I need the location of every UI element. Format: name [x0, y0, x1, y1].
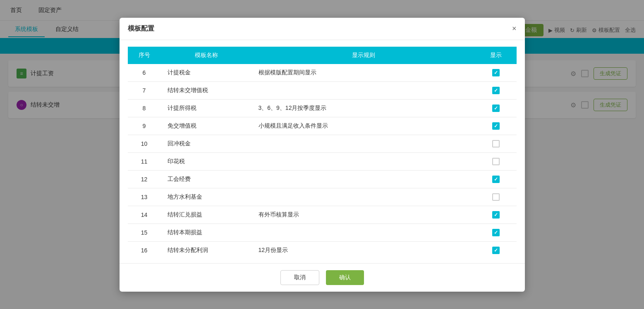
modal-footer: 取消 确认	[120, 263, 525, 292]
col-header-name: 模板名称	[161, 47, 252, 64]
table-row: 10回冲税金	[128, 135, 517, 152]
row-checkbox[interactable]	[492, 211, 500, 219]
row-display-cell	[475, 241, 517, 255]
row-checkbox[interactable]	[492, 122, 500, 130]
row-id: 6	[128, 64, 161, 82]
row-checkbox[interactable]	[492, 176, 500, 183]
modal-body: 序号 模板名称 显示规则 显示 6计提税金根据模版配置期间显示7结转未交增值税8…	[120, 40, 525, 263]
row-id: 16	[128, 241, 161, 255]
row-rule	[252, 135, 475, 152]
row-checkbox[interactable]	[492, 247, 500, 254]
row-name: 回冲税金	[161, 135, 252, 152]
row-checkbox[interactable]	[492, 193, 500, 201]
row-display-cell	[475, 99, 517, 117]
col-header-rule: 显示规则	[252, 47, 475, 64]
row-display-cell	[475, 64, 517, 82]
row-rule: 根据模版配置期间显示	[252, 64, 475, 82]
row-display-cell	[475, 206, 517, 223]
row-checkbox[interactable]	[492, 105, 500, 112]
row-id: 8	[128, 99, 161, 117]
table-row: 13地方水利基金	[128, 188, 517, 206]
table-row: 7结转未交增值税	[128, 81, 517, 99]
row-name: 计提税金	[161, 64, 252, 82]
row-rule	[252, 170, 475, 188]
row-id: 12	[128, 170, 161, 188]
row-name: 工会经费	[161, 170, 252, 188]
table-scroll-area[interactable]: 序号 模板名称 显示规则 显示 6计提税金根据模版配置期间显示7结转未交增值税8…	[128, 40, 517, 255]
table-row: 14结转汇兑损益有外币核算显示	[128, 206, 517, 223]
row-name: 结转未交增值税	[161, 81, 252, 99]
table-row: 16结转未分配利润12月份显示	[128, 241, 517, 255]
table-row: 11印花税	[128, 152, 517, 170]
row-name: 免交增值税	[161, 117, 252, 135]
table-row: 12工会经费	[128, 170, 517, 188]
col-header-display: 显示	[475, 47, 517, 64]
table-row: 9免交增值税小规模且满足收入条件显示	[128, 117, 517, 135]
row-name: 地方水利基金	[161, 188, 252, 206]
row-name: 结转本期损益	[161, 223, 252, 241]
row-name: 结转未分配利润	[161, 241, 252, 255]
row-rule: 有外币核算显示	[252, 206, 475, 223]
row-display-cell	[475, 117, 517, 135]
row-id: 11	[128, 152, 161, 170]
modal-close-button[interactable]: ×	[512, 25, 517, 32]
table-row: 6计提税金根据模版配置期间显示	[128, 64, 517, 82]
row-display-cell	[475, 170, 517, 188]
row-id: 9	[128, 117, 161, 135]
row-name: 印花税	[161, 152, 252, 170]
row-display-cell	[475, 152, 517, 170]
row-rule	[252, 188, 475, 206]
row-id: 13	[128, 188, 161, 206]
row-display-cell	[475, 223, 517, 241]
row-checkbox[interactable]	[492, 140, 500, 147]
row-id: 7	[128, 81, 161, 99]
row-rule	[252, 223, 475, 241]
row-rule	[252, 152, 475, 170]
row-display-cell	[475, 81, 517, 99]
modal-template-config: 模板配置 × 序号 模板名称 显示规则 显示 6计提税金根据模版配置期间显	[120, 18, 525, 292]
row-id: 10	[128, 135, 161, 152]
row-display-cell	[475, 135, 517, 152]
row-name: 计提所得税	[161, 99, 252, 117]
row-name: 结转汇兑损益	[161, 206, 252, 223]
row-display-cell	[475, 188, 517, 206]
col-header-id: 序号	[128, 47, 161, 64]
modal-title: 模板配置	[128, 24, 154, 33]
row-checkbox[interactable]	[492, 229, 500, 236]
row-checkbox[interactable]	[492, 69, 500, 76]
table-row: 8计提所得税3、6、9、12月按季度显示	[128, 99, 517, 117]
confirm-button[interactable]: 确认	[326, 270, 364, 285]
row-checkbox[interactable]	[492, 158, 500, 165]
config-table: 序号 模板名称 显示规则 显示 6计提税金根据模版配置期间显示7结转未交增值税8…	[128, 47, 517, 255]
row-rule: 12月份显示	[252, 241, 475, 255]
row-rule: 3、6、9、12月按季度显示	[252, 99, 475, 117]
modal-header: 模板配置 ×	[120, 18, 525, 40]
row-id: 15	[128, 223, 161, 241]
table-row: 15结转本期损益	[128, 223, 517, 241]
cancel-button[interactable]: 取消	[280, 270, 319, 285]
row-rule: 小规模且满足收入条件显示	[252, 117, 475, 135]
row-id: 14	[128, 206, 161, 223]
row-checkbox[interactable]	[492, 87, 500, 94]
row-rule	[252, 81, 475, 99]
modal-overlay: 模板配置 × 序号 模板名称 显示规则 显示 6计提税金根据模版配置期间显	[0, 0, 644, 309]
